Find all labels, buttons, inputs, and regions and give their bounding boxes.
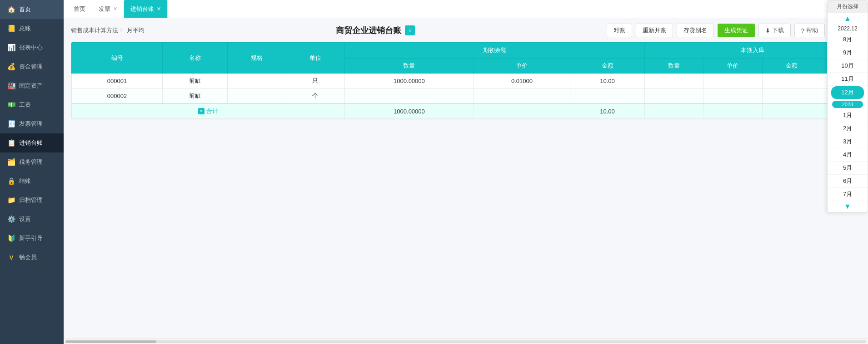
sub-col-opening-price: 单价	[474, 59, 570, 74]
page-title: 商贸企业进销台账	[336, 25, 401, 36]
tab-invoice[interactable]: 发票 ✕	[92, 0, 124, 18]
month-2[interactable]: 2月	[828, 122, 868, 135]
reopen-button[interactable]: 重新开账	[636, 24, 673, 37]
month-7[interactable]: 7月	[828, 188, 868, 201]
month-5[interactable]: 5月	[828, 162, 868, 175]
generate-voucher-button[interactable]: 生成凭证	[718, 24, 755, 37]
col-header-name: 名称	[163, 43, 227, 74]
sidebar-item-guide[interactable]: 🔰 新手引导	[0, 229, 64, 248]
scrollbar-thumb[interactable]	[65, 340, 156, 343]
cell-unit: 个	[286, 88, 344, 104]
sidebar-item-wages[interactable]: 💵 工资	[0, 95, 64, 114]
month-panel-title: 月份选择	[828, 0, 868, 13]
cell-total-in-amount	[762, 103, 821, 119]
save-as-button[interactable]: 存货别名	[677, 24, 714, 37]
sidebar-item-vip[interactable]: V 畅会员	[0, 248, 64, 267]
sidebar-item-archive[interactable]: 📁 归档管理	[0, 191, 64, 210]
download-icon: ⬇	[765, 27, 770, 34]
settings-icon: ⚙️	[7, 215, 15, 223]
col-header-opening: 期初余额	[345, 43, 645, 59]
main-area: 首页 发票 ✕ 进销台账 ✕ — ⤢ ✕ 销售成本计算方法： 月平均 商贸企业进…	[64, 0, 868, 344]
tab-purchase-sales[interactable]: 进销台账 ✕	[124, 0, 168, 18]
cell-name: 前缸	[163, 88, 227, 104]
sidebar-item-invoice-mgmt[interactable]: 🧾 发票管理	[0, 114, 64, 133]
cell-opening-qty: 1000.00000	[345, 74, 474, 88]
cell-spec	[227, 74, 286, 88]
cost-method-label: 销售成本计算方法：	[71, 26, 124, 34]
tab-bar: 首页 发票 ✕ 进销台账 ✕ — ⤢ ✕	[64, 0, 868, 18]
sidebar-label-reports: 报表中心	[19, 44, 43, 52]
cell-code: 000001	[72, 74, 163, 88]
sub-col-opening-amount: 金额	[570, 59, 644, 74]
action-buttons: 对账 重新开账 存货别名 生成凭证 ⬇ 下载 ? 帮助 ↻ 刷新	[607, 24, 861, 37]
sidebar-label-funds: 资金管理	[19, 63, 43, 71]
sidebar-label-close: 结账	[19, 177, 31, 185]
month-3[interactable]: 3月	[828, 135, 868, 148]
col-header-code: 编号	[72, 43, 163, 74]
month-10[interactable]: 10月	[828, 59, 868, 73]
cell-in-price	[703, 74, 762, 88]
horizontal-scrollbar[interactable]	[64, 339, 868, 344]
sidebar-item-home[interactable]: 🏠 首页	[0, 0, 64, 19]
guide-icon: 🔰	[7, 234, 15, 242]
cell-total-in-qty	[645, 103, 703, 119]
cell-opening-amount: 10.00	[570, 74, 644, 88]
sidebar-label-ledger: 总账	[19, 25, 31, 33]
sidebar-label-vip: 畅会员	[19, 253, 37, 261]
reconcile-button[interactable]: 对账	[607, 24, 632, 37]
cell-total-in-price	[703, 103, 762, 119]
sidebar-item-settings[interactable]: ⚙️ 设置	[0, 210, 64, 229]
tab-home[interactable]: 首页	[67, 0, 92, 18]
cost-method: 销售成本计算方法： 月平均	[71, 26, 145, 34]
month-9[interactable]: 9月	[828, 46, 868, 59]
month-12[interactable]: 12月	[831, 86, 864, 99]
cell-total-opening-amount: 10.00	[570, 103, 644, 119]
help-button[interactable]: ? 帮助	[794, 24, 825, 37]
tab-invoice-close[interactable]: ✕	[113, 6, 117, 12]
sub-col-in-price: 单价	[703, 59, 762, 74]
tax-icon: 🗂️	[7, 158, 15, 166]
cell-opening-price: 0.01000	[474, 74, 570, 88]
tab-invoice-label: 发票	[99, 5, 110, 13]
top-bar: 销售成本计算方法： 月平均 商贸企业进销台账 i 对账 重新开账 存货别名 生成…	[71, 24, 861, 37]
col-header-unit: 单位	[286, 43, 344, 74]
reports-icon: 📊	[7, 44, 15, 52]
month-6[interactable]: 6月	[828, 175, 868, 188]
sidebar-label-home: 首页	[19, 5, 31, 14]
sidebar-item-purchase-sales[interactable]: 📋 进销台账	[0, 133, 64, 152]
sidebar-label-wages: 工资	[19, 101, 31, 109]
sidebar-item-funds[interactable]: 💰 资金管理	[0, 57, 64, 76]
month-nav-down[interactable]: ▼	[828, 201, 868, 212]
sidebar: 🏠 首页 📒 总账 📊 报表中心 💰 资金管理 🏭 固定资产 💵 工资 🧾 发票…	[0, 0, 64, 344]
table-row: 000002 前缸 个	[72, 88, 860, 104]
month-4[interactable]: 4月	[828, 148, 868, 162]
month-1[interactable]: 1月	[828, 109, 868, 122]
col-header-spec: 规格	[227, 43, 286, 74]
month-8[interactable]: 8月	[828, 33, 868, 46]
cell-spec	[227, 88, 286, 104]
sidebar-item-tax[interactable]: 🗂️ 税务管理	[0, 152, 64, 172]
sidebar-item-close[interactable]: 🔒 结账	[0, 172, 64, 191]
cell-in-qty	[645, 88, 703, 104]
month-nav-up[interactable]: ▲	[828, 13, 868, 24]
download-button[interactable]: ⬇ 下载	[758, 24, 791, 37]
sidebar-item-reports[interactable]: 📊 报表中心	[0, 38, 64, 57]
cell-in-price	[703, 88, 762, 104]
cell-opening-qty	[345, 88, 474, 104]
content-area: 销售成本计算方法： 月平均 商贸企业进销台账 i 对账 重新开账 存货别名 生成…	[64, 18, 868, 339]
cell-total-label: ≡ 合计	[72, 103, 345, 119]
sidebar-label-tax: 税务管理	[19, 158, 43, 166]
cell-opening-amount	[570, 88, 644, 104]
total-text: 合计	[206, 107, 218, 115]
sub-col-opening-qty: 数量	[345, 59, 474, 74]
fixed-assets-icon: 🏭	[7, 82, 15, 90]
title-info-icon[interactable]: i	[405, 25, 415, 35]
month-11[interactable]: 11月	[828, 73, 868, 86]
sidebar-label-purchase-sales: 进销台账	[19, 139, 43, 147]
tab-purchase-sales-close[interactable]: ✕	[157, 6, 161, 12]
archive-icon: 📁	[7, 196, 15, 204]
cell-opening-price	[474, 88, 570, 104]
sidebar-item-fixed-assets[interactable]: 🏭 固定资产	[0, 76, 64, 95]
cell-code: 000002	[72, 88, 163, 104]
sidebar-item-ledger[interactable]: 📒 总账	[0, 19, 64, 38]
